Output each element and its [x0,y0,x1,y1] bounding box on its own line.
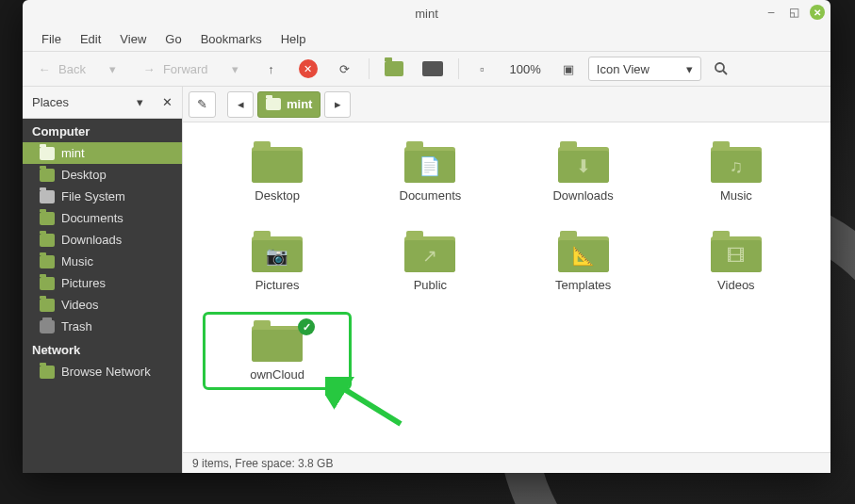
arrow-right-icon: → [140,60,157,77]
icon-grid[interactable]: Desktop📄Documents⬇Downloads♫Music📷Pictur… [183,122,830,452]
pathbar: ✎ ◂ mint ▸ [183,87,830,122]
menubar: File Edit View Go Bookmarks Help [23,26,830,51]
chevron-left-icon: ◂ [238,97,244,111]
zoom-out-button[interactable]: ▫ [467,56,499,82]
toolbar-separator [369,58,370,79]
back-history-button[interactable]: ▾ [97,56,129,82]
up-button[interactable]: ↑ [255,56,288,82]
stop-button[interactable]: ✕ [291,56,325,82]
folder-icon [40,169,55,182]
sidebar: Places ▾ ✕ Computer mint Desktop File Sy… [23,87,183,473]
folder-icon: ♫ [711,141,762,183]
chevron-right-icon: ▸ [335,97,341,111]
sidebar-item-label: Trash [61,319,92,333]
forward-button[interactable]: → Forward [133,56,216,82]
back-button[interactable]: ← Back [28,56,93,82]
path-forward-button[interactable]: ▸ [324,91,351,118]
sidebar-title: Places [32,95,69,109]
folder-public[interactable]: ↗Public [358,225,501,298]
path-segment-label: mint [287,97,312,111]
folder-owncloud[interactable]: ✓ownCloud [206,315,349,387]
chevron-down-icon: ▾ [105,60,122,77]
view-mode-select[interactable]: Icon View ▾ [588,57,701,81]
back-label: Back [58,62,86,76]
sidebar-item-desktop[interactable]: Desktop [23,164,182,186]
sidebar-item-label: File System [61,189,125,203]
status-text: 9 items, Free space: 3.8 GB [192,457,333,470]
pencil-icon: ✎ [197,97,207,111]
folder-desktop[interactable]: Desktop [206,136,349,208]
file-manager-window: mint – ◱ ✕ File Edit View Go Bookmarks H… [23,0,830,473]
folder-downloads[interactable]: ⬇Downloads [512,136,655,208]
sidebar-item-label: Pictures [61,276,106,290]
stop-icon: ✕ [299,59,318,78]
folder-icon: 🎞 [711,231,762,272]
sidebar-item-label: mint [61,146,85,160]
menu-edit[interactable]: Edit [71,28,110,50]
sidebar-item-videos[interactable]: Videos [23,294,182,316]
zoom-out-icon: ▫ [474,60,491,77]
menu-bookmarks[interactable]: Bookmarks [191,28,271,50]
computer-button[interactable] [415,56,451,82]
sidebar-list: Computer mint Desktop File System Docume… [23,119,182,473]
computer-icon [422,61,443,76]
sidebar-section-network: Network [23,337,182,361]
menu-file[interactable]: File [32,28,71,50]
path-segment-home[interactable]: mint [257,91,321,118]
close-sidebar-icon[interactable]: ✕ [162,95,173,109]
arrow-left-icon: ← [36,60,53,77]
folder-icon: 📄 [404,141,455,183]
folder-icon [40,212,55,225]
sidebar-item-label: Music [61,254,93,268]
trash-icon [40,320,55,333]
folder-icon [252,141,303,183]
sidebar-item-music[interactable]: Music [23,251,182,272]
sidebar-item-downloads[interactable]: Downloads [23,229,182,251]
zoom-in-button[interactable]: ▣ [552,56,584,82]
sidebar-item-browse-network[interactable]: Browse Network [23,361,182,382]
path-back-button[interactable]: ◂ [227,91,254,118]
menu-view[interactable]: View [110,28,156,50]
network-icon [40,366,55,379]
statusbar: 9 items, Free space: 3.8 GB [183,452,830,473]
item-label: Downloads [552,188,613,203]
sidebar-item-filesystem[interactable]: File System [23,186,182,207]
titlebar[interactable]: mint – ◱ ✕ [23,0,830,26]
folder-icon [252,320,303,362]
menu-go[interactable]: Go [156,28,190,50]
arrow-up-icon: ↑ [263,60,280,77]
folder-documents[interactable]: 📄Documents [358,136,501,208]
forward-history-button[interactable]: ▾ [220,56,252,82]
path-edit-button[interactable]: ✎ [189,91,216,118]
item-label: Videos [717,278,755,292]
item-label: ownCloud [250,367,304,382]
folder-pictures[interactable]: 📷Pictures [206,225,349,298]
item-label: Pictures [255,278,300,292]
folder-icon [40,255,55,268]
item-label: Documents [400,188,462,203]
sidebar-item-label: Downloads [61,233,122,247]
menu-help[interactable]: Help [271,28,316,50]
sidebar-item-label: Browse Network [61,365,151,379]
forward-label: Forward [163,62,208,76]
sidebar-item-documents[interactable]: Documents [23,207,182,229]
close-button[interactable]: ✕ [810,5,825,20]
folder-music[interactable]: ♫Music [665,136,808,208]
reload-button[interactable]: ⟳ [329,56,361,82]
sidebar-header[interactable]: Places ▾ ✕ [23,87,182,119]
sidebar-item-trash[interactable]: Trash [23,316,182,337]
sidebar-item-label: Videos [61,298,99,312]
home-button[interactable] [377,56,411,82]
search-button[interactable] [705,56,737,82]
sync-badge-icon: ✓ [298,318,315,335]
search-icon [713,60,730,77]
chevron-down-icon: ▾ [686,62,693,76]
sidebar-item-home[interactable]: mint [23,142,182,164]
chevron-down-icon[interactable]: ▾ [137,95,143,109]
folder-videos[interactable]: 🎞Videos [665,225,808,298]
minimize-button[interactable]: – [765,6,778,19]
folder-templates[interactable]: 📐Templates [512,225,655,298]
sidebar-item-pictures[interactable]: Pictures [23,272,182,294]
reload-icon: ⟳ [337,60,354,77]
maximize-button[interactable]: ◱ [787,6,800,19]
